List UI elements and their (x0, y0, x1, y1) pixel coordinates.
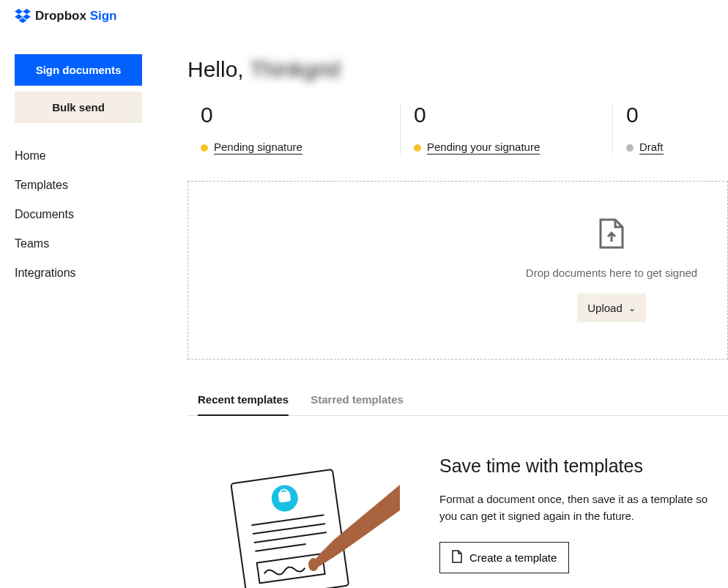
upload-button[interactable]: Upload ⌄ (577, 294, 646, 322)
nav-teams[interactable]: Teams (15, 237, 158, 250)
stat-count: 0 (626, 103, 664, 127)
tab-recent-templates[interactable]: Recent templates (198, 393, 289, 416)
promo-description: Format a document once, then save it as … (439, 491, 710, 524)
promo-title: Save time with templates (439, 455, 710, 477)
dropbox-logo-icon (15, 9, 31, 23)
create-template-button[interactable]: Create a template (439, 542, 569, 573)
stat-link-draft[interactable]: Draft (639, 141, 664, 155)
status-dot-icon (201, 144, 208, 152)
nav-documents[interactable]: Documents (15, 208, 158, 221)
template-illustration (202, 455, 407, 588)
bulk-send-button[interactable]: Bulk send (15, 92, 142, 123)
stat-link-pending-your-signature[interactable]: Pending your signature (427, 141, 540, 155)
templates-tabs: Recent templates Starred templates (187, 393, 728, 416)
sidebar-nav: Home Templates Documents Teams Integrati… (15, 149, 158, 280)
main-content: Hello, Thinkgrid 0 Pending signature 0 P… (173, 0, 728, 588)
stat-count: 0 (201, 103, 381, 127)
status-dot-icon (626, 144, 634, 152)
svg-point-9 (308, 558, 319, 571)
stat-link-pending-signature[interactable]: Pending signature (214, 141, 302, 155)
stat-draft: 0 Draft (612, 103, 683, 155)
stat-count: 0 (414, 103, 593, 127)
document-icon (452, 550, 462, 565)
dropzone-text: Drop documents here to get signed (526, 267, 697, 279)
sidebar: Dropbox Sign Sign documents Bulk send Ho… (0, 0, 173, 588)
chevron-down-icon: ⌄ (628, 303, 636, 313)
nav-home[interactable]: Home (15, 149, 158, 163)
sign-documents-button[interactable]: Sign documents (15, 54, 142, 86)
greeting: Hello, Thinkgrid (187, 57, 728, 82)
status-dot-icon (414, 144, 421, 152)
templates-promo: Save time with templates Format a docume… (187, 455, 728, 588)
stats-row: 0 Pending signature 0 Pending your signa… (187, 103, 728, 155)
upload-file-icon (599, 218, 624, 252)
logo[interactable]: Dropbox Sign (15, 9, 158, 23)
nav-integrations[interactable]: Integrations (15, 267, 158, 280)
stat-pending-signature: 0 Pending signature (187, 103, 400, 155)
logo-text: Dropbox Sign (35, 9, 116, 23)
nav-templates[interactable]: Templates (15, 179, 158, 192)
tab-starred-templates[interactable]: Starred templates (311, 393, 404, 415)
document-dropzone[interactable]: Drop documents here to get signed Upload… (187, 181, 728, 360)
stat-pending-your-signature: 0 Pending your signature (400, 103, 612, 155)
